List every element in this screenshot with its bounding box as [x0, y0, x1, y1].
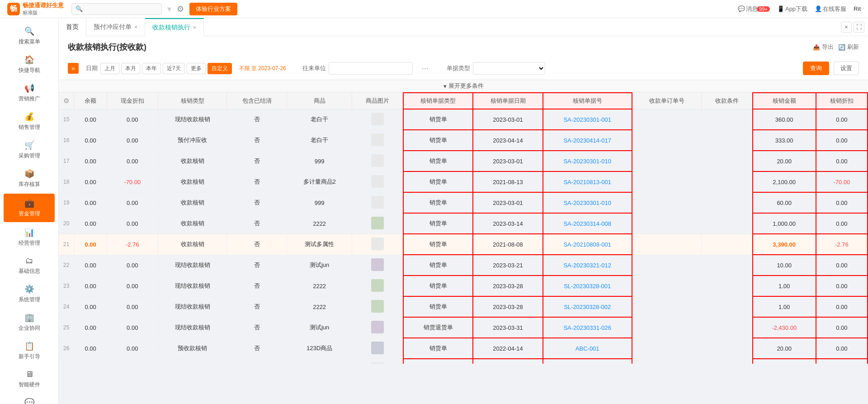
sidebar-item-wechat[interactable]: 💬 企业微信 [0, 393, 58, 404]
tab-close-button[interactable]: × [841, 22, 852, 33]
verify-doc-no-link[interactable]: SA-20230414-017 [563, 137, 611, 144]
verify-doc-date-cell: 2023-03-01 [473, 109, 542, 130]
export-button[interactable]: 📤 导出 [813, 43, 834, 51]
col-balance-header: 余额 [74, 93, 107, 109]
verify-amount-cell: 20.00 [753, 338, 816, 359]
top-bar: 畅 畅捷通谱好生意 标准版 🔍 ▾ ⚙ 体验行业方案 💬 消息 99+ 📱 Ap… [0, 0, 868, 18]
message-icon: 💬 [738, 5, 745, 12]
online-service-area[interactable]: 👤 在线客服 [815, 5, 846, 13]
inventory-icon: 📦 [24, 169, 34, 179]
sidebar-item-guide[interactable]: 📋 新手引导 [0, 337, 58, 365]
tab-collection-verify-close[interactable]: × [193, 24, 196, 31]
purchase-icon: 🛒 [24, 140, 34, 150]
top-right-area: 💬 消息 99+ 📱 App下载 👤 在线客服 Rit [738, 5, 861, 13]
sidebar-item-sales[interactable]: 💰 销售管理 [0, 107, 58, 136]
verify-doc-type-cell: 销货单 [403, 130, 473, 151]
date-btn-custom[interactable]: 自定义 [208, 63, 232, 74]
top-search-bar[interactable]: 🔍 [71, 3, 162, 15]
sidebar-item-operations[interactable]: 📊 经营管理 [0, 223, 58, 252]
verify-doc-no-link[interactable]: SA-20210808-001 [563, 241, 611, 248]
refresh-icon: 🔄 [838, 44, 845, 51]
sidebar-item-corp[interactable]: 🏢 企业协同 [0, 308, 58, 337]
verify-doc-type-cell: 销货单 [403, 171, 473, 192]
tab-bar: 首页 预付冲应付单 × 收款核销执行 × × ⛶ [59, 18, 868, 36]
goods-img-cell [352, 317, 403, 338]
tab-maximize-button[interactable]: ⛶ [854, 22, 864, 33]
date-btn-more[interactable]: 更多 [187, 63, 206, 74]
app-download-area[interactable]: 📱 App下载 [777, 5, 807, 13]
gear-icon[interactable]: ⚙ [177, 4, 184, 14]
verify-doc-no-link[interactable]: SA-20230314-008 [563, 220, 611, 227]
basic-info-icon: 🗂 [25, 256, 33, 266]
verify-doc-no-link[interactable]: ABC-001 [576, 345, 599, 352]
tab-prepay-close[interactable]: × [134, 24, 137, 30]
doc-type-select[interactable] [473, 62, 545, 75]
sidebar-item-purchase[interactable]: 🛒 采购管理 [0, 136, 58, 164]
verify-discount-cell: -70.00 [816, 171, 868, 192]
doc-type-label: 单据类型 [447, 64, 470, 72]
row-gear: 19 [59, 192, 74, 213]
date-btn-this-month[interactable]: 本月 [121, 63, 140, 74]
query-button[interactable]: 查询 [803, 62, 829, 75]
logo-area: 畅 畅捷通谱好生意 标准版 [7, 1, 66, 16]
verify-doc-type-cell: 销货单 [403, 151, 473, 171]
goods-img-cell [352, 130, 403, 151]
export-icon: 📤 [813, 44, 820, 51]
verify-amount-cell: 1,000.00 [753, 213, 816, 234]
sidebar-item-basic-info[interactable]: 🗂 基础信息 [0, 252, 58, 280]
verify-doc-no-link[interactable]: SA-20230331-026 [563, 324, 611, 331]
verify-doc-no-link[interactable]: SA-20230301-010 [563, 200, 611, 206]
product-thumbnail [371, 217, 384, 229]
verify-doc-no-link[interactable]: SA-20230301-001 [563, 116, 611, 123]
sidebar-item-smart-hw[interactable]: 🖥 智能硬件 [0, 365, 58, 393]
tab-home-label: 首页 [66, 23, 79, 31]
verify-doc-no-link[interactable]: SA-20230301-010 [563, 158, 611, 165]
table-row: 160.000.00预付冲应收否老白干销货单2023-04-14SA-20230… [59, 130, 868, 151]
sidebar-item-marketing[interactable]: 📢 营销推广 [0, 79, 58, 107]
refresh-button[interactable]: 🔄 刷新 [838, 43, 859, 51]
date-btn-this-year[interactable]: 本年 [142, 63, 161, 74]
verify-amount-cell: 360.00 [753, 109, 816, 130]
tab-prepay[interactable]: 预付冲应付单 × [86, 18, 145, 36]
tab-collection-verify-label: 收款核销执行 [152, 24, 190, 32]
verify-doc-type-cell: 销货单 [403, 213, 473, 234]
sidebar-item-inventory[interactable]: 📦 库存核算 [0, 164, 58, 193]
solution-button[interactable]: 体验行业方案 [189, 3, 237, 15]
tab-collection-verify[interactable]: 收款核销执行 × [145, 18, 204, 36]
goods-img-cell [352, 255, 403, 276]
verify-amount-cell: 10.00 [753, 255, 816, 276]
dots-button[interactable]: ··· [420, 64, 430, 73]
sidebar-item-quick-nav[interactable]: 🏠 快捷导航 [0, 50, 58, 79]
sidebar-item-finance[interactable]: 💼 资金管理 [4, 194, 55, 222]
verify-doc-no-link[interactable]: SA-20230321-012 [563, 262, 611, 269]
verify-amount-cell: 333.00 [753, 130, 816, 151]
expand-more-button[interactable]: ▾ 展开更多条件 [443, 82, 484, 90]
product-thumbnail [371, 196, 384, 209]
verify-doc-no-link[interactable]: SA-20210813-001 [563, 179, 611, 185]
tab-home[interactable]: 首页 [59, 18, 86, 36]
row-gear: 15 [59, 109, 74, 130]
partner-input[interactable] [329, 62, 413, 75]
verify-discount-cell: 0.00 [816, 213, 868, 234]
verify-doc-type-cell: 销货单 [403, 192, 473, 213]
app-icon: 📱 [777, 5, 784, 12]
message-area[interactable]: 💬 消息 99+ [738, 5, 770, 13]
dropdown-icon[interactable]: ▾ [167, 4, 171, 14]
verify-doc-no-link[interactable]: SL-20230328-001 [564, 283, 611, 290]
date-btn-7days[interactable]: 近7天 [163, 63, 185, 74]
sidebar: 🔍 搜索菜单 🏠 快捷导航 📢 营销推广 💰 销售管理 🛒 采购管理 📦 库存核… [0, 18, 59, 404]
sidebar-item-search-menu[interactable]: 🔍 搜索菜单 [0, 22, 58, 50]
col-gear-header[interactable]: ⚙ [59, 93, 74, 109]
filter-expand-button[interactable]: » [68, 63, 79, 74]
verify-doc-type-cell: 销货单 [403, 109, 473, 130]
goods-img-cell [352, 276, 403, 296]
verify-doc-no-link[interactable]: SL-20230328-002 [564, 304, 611, 310]
date-btn-last-month[interactable]: 上月 [100, 63, 119, 74]
table-row: 250.000.00现结收款核销否测试jun销货退货单2023-03-31SA-… [59, 317, 868, 338]
verify-amount-cell: 2,100.00 [753, 171, 816, 192]
search-input[interactable] [85, 6, 158, 12]
sidebar-item-system[interactable]: ⚙️ 系统管理 [0, 280, 58, 308]
user-info[interactable]: Rit [854, 5, 861, 12]
page-actions: 📤 导出 🔄 刷新 [813, 43, 859, 51]
filter-setting-button[interactable]: 设置 [834, 62, 859, 75]
